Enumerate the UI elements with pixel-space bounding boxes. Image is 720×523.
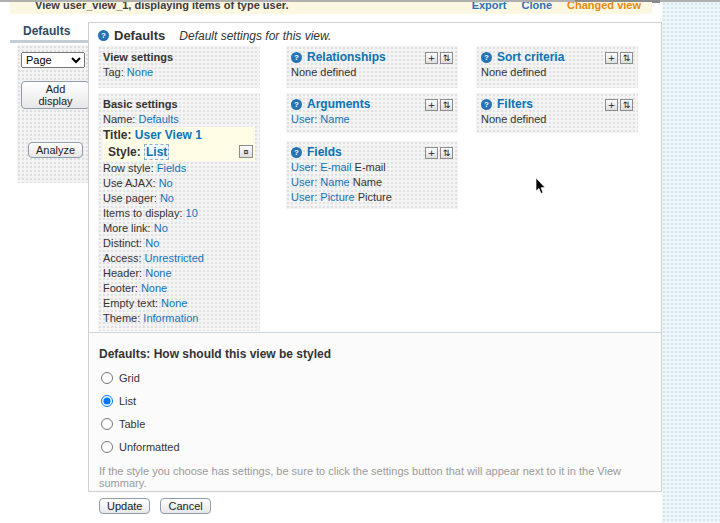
relationships-box: ? Relationships + ⇅ None defined	[286, 46, 458, 88]
tag-row: Tag: None	[103, 65, 255, 80]
setting-value-link[interactable]: 10	[186, 207, 198, 219]
setting-value-link[interactable]: User View 1	[135, 128, 202, 142]
setting-value-link[interactable]: No	[159, 177, 173, 189]
help-icon[interactable]: ?	[291, 147, 302, 158]
field-link[interactable]: User: Name	[291, 176, 350, 188]
view-settings-title: View settings	[103, 50, 255, 65]
add-icon[interactable]: +	[425, 52, 438, 64]
setting-row-access: Access: Unrestricted	[103, 251, 255, 266]
setting-value-link[interactable]: None	[161, 297, 187, 309]
setting-row-items: Items to display: 10	[103, 206, 255, 221]
argument-link[interactable]: User: Name	[291, 113, 350, 125]
setting-label: Title:	[103, 128, 131, 142]
view-title: View user_view_1, displaying items of ty…	[35, 2, 289, 14]
update-button[interactable]: Update	[99, 498, 150, 514]
setting-label: Name:	[103, 113, 135, 125]
radio-table[interactable]	[101, 418, 113, 430]
field-item: User: Picture Picture	[291, 190, 453, 205]
radio-label: Grid	[119, 372, 140, 384]
export-link[interactable]: Export	[472, 2, 507, 14]
help-icon[interactable]: ?	[481, 99, 492, 110]
add-icon[interactable]: +	[605, 52, 618, 64]
arguments-box: ? Arguments + ⇅ User: Name	[286, 93, 458, 133]
setting-value-link[interactable]: List	[144, 144, 169, 160]
setting-row-ajax: Use AJAX: No	[103, 176, 255, 191]
help-icon[interactable]: ?	[481, 52, 492, 63]
help-icon[interactable]: ?	[291, 52, 302, 63]
sort-criteria-box: ? Sort criteria + ⇅ None defined	[476, 46, 638, 88]
setting-label: Footer:	[103, 282, 138, 294]
setting-row-theme: Theme: Information	[103, 311, 255, 326]
relationships-title[interactable]: Relationships	[307, 50, 425, 65]
setting-row-rowstyle: Row style: Fields	[103, 161, 255, 176]
setting-row-header: Header: None	[103, 266, 255, 281]
setting-value-link[interactable]: None	[145, 267, 171, 279]
help-icon[interactable]: ?	[98, 30, 109, 41]
rearrange-icon[interactable]: ⇅	[440, 147, 453, 159]
cancel-button[interactable]: Cancel	[160, 498, 210, 514]
view-settings-box: View settings Tag: None	[98, 46, 260, 88]
rearrange-icon[interactable]: ⇅	[440, 52, 453, 64]
add-icon[interactable]: +	[605, 99, 618, 111]
fields-box: ? Fields + ⇅ User: E-mail E-mail User: N…	[286, 141, 458, 209]
setting-label: Row style:	[103, 162, 154, 174]
style-option-unformatted[interactable]: Unformatted	[99, 440, 651, 453]
setting-row-morelink: More link: No	[103, 221, 255, 236]
field-link[interactable]: User: E-mail	[291, 161, 352, 173]
add-display-button[interactable]: Add display	[21, 81, 90, 109]
filters-empty: None defined	[481, 112, 633, 127]
setting-value-link[interactable]: Fields	[157, 162, 186, 174]
field-link[interactable]: User: Picture	[291, 191, 355, 203]
field-label-text: Picture	[358, 191, 392, 203]
display-controls-panel: Page Add display Analyze	[17, 45, 90, 183]
views-admin-page: View user_view_1, displaying items of ty…	[0, 0, 720, 523]
radio-label: Table	[119, 418, 145, 430]
setting-value-link[interactable]: No	[145, 237, 159, 249]
radio-unformatted[interactable]	[101, 441, 113, 453]
page-background-texture	[662, 2, 720, 523]
tab-defaults[interactable]: Defaults	[10, 24, 90, 40]
rearrange-icon[interactable]: ⇅	[620, 99, 633, 111]
tag-value-link[interactable]: None	[127, 66, 153, 78]
add-icon[interactable]: +	[425, 147, 438, 159]
setting-label: Use AJAX:	[103, 177, 156, 189]
basic-settings-title: Basic settings	[103, 97, 255, 112]
setting-value-link[interactable]: No	[160, 192, 174, 204]
fields-title[interactable]: Fields	[307, 145, 425, 160]
setting-value-link[interactable]: Information	[143, 312, 198, 324]
style-option-grid[interactable]: Grid	[99, 371, 651, 384]
changed-view-link[interactable]: Changed view	[567, 2, 641, 14]
setting-value-link[interactable]: No	[154, 222, 168, 234]
sort-criteria-title[interactable]: Sort criteria	[497, 50, 605, 65]
style-settings-gear-icon[interactable]: ¤	[239, 145, 253, 158]
field-item: User: Name Name	[291, 175, 453, 190]
sort-criteria-empty: None defined	[481, 65, 633, 80]
arguments-title[interactable]: Arguments	[307, 97, 425, 112]
setting-label: Header:	[103, 267, 142, 279]
setting-row-name: Name: Defaults	[103, 112, 255, 127]
rearrange-icon[interactable]: ⇅	[440, 99, 453, 111]
clone-link[interactable]: Clone	[521, 2, 552, 14]
setting-row-distinct: Distinct: No	[103, 236, 255, 251]
setting-value-link[interactable]: Defaults	[138, 113, 178, 125]
style-form-note: If the style you choose has settings, be…	[99, 465, 651, 489]
analyze-button[interactable]: Analyze	[28, 142, 83, 158]
filters-title[interactable]: Filters	[497, 97, 605, 112]
style-form-title: Defaults: How should this view be styled	[99, 347, 651, 361]
setting-label: Distinct:	[103, 237, 142, 249]
setting-value-link[interactable]: Unrestricted	[145, 252, 204, 264]
display-type-select[interactable]: Page	[21, 52, 85, 68]
argument-item: User: Name	[291, 112, 453, 127]
rearrange-icon[interactable]: ⇅	[620, 52, 633, 64]
setting-row-style: Style: List ¤	[103, 144, 255, 161]
filters-box: ? Filters + ⇅ None defined	[476, 93, 638, 133]
add-icon[interactable]: +	[425, 99, 438, 111]
style-option-table[interactable]: Table	[99, 417, 651, 430]
radio-label: List	[119, 395, 136, 407]
help-icon[interactable]: ?	[291, 99, 302, 110]
radio-grid[interactable]	[101, 372, 113, 384]
view-title-bar: View user_view_1, displaying items of ty…	[10, 2, 652, 14]
radio-list[interactable]	[101, 395, 113, 407]
setting-value-link[interactable]: None	[141, 282, 167, 294]
style-option-list[interactable]: List	[99, 394, 651, 407]
